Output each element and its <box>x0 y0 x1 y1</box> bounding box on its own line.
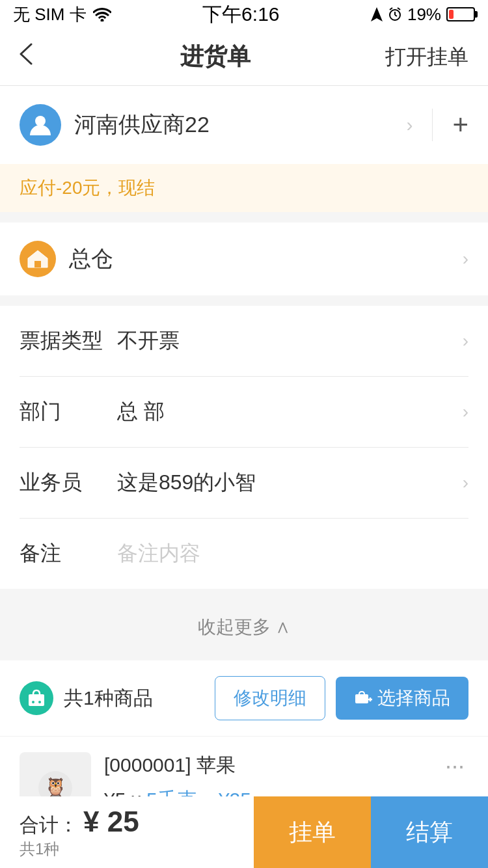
person-icon <box>27 112 53 138</box>
svg-line-4 <box>398 8 400 10</box>
total-sub: 共1种 <box>20 839 234 860</box>
svg-point-9 <box>38 701 41 703</box>
dept-row[interactable]: 部门 总 部 › <box>0 377 488 447</box>
svg-point-5 <box>35 116 46 126</box>
svg-rect-6 <box>34 261 41 267</box>
home-icon <box>27 248 49 270</box>
svg-line-2 <box>395 15 397 16</box>
remark-row[interactable]: 备注 备注内容 <box>0 519 488 589</box>
sales-value: 这是859的小智 <box>117 468 463 497</box>
hang-button[interactable]: 挂单 <box>254 796 371 868</box>
total-area: 合计： ¥ 25 共1种 <box>0 806 254 860</box>
warehouse-icon <box>20 241 56 277</box>
bottom-bar: 合计： ¥ 25 共1种 挂单 结算 <box>0 796 488 868</box>
page-title: 进货单 <box>46 41 385 73</box>
sales-row[interactable]: 业务员 这是859的小智 › <box>0 448 488 518</box>
vertical-divider <box>432 109 433 141</box>
svg-rect-10 <box>355 694 368 703</box>
product-icon <box>20 681 53 715</box>
product-title: 苹果 <box>197 754 236 776</box>
wifi-icon <box>93 7 111 21</box>
notice-bar: 应付-20元，现结 <box>0 164 488 212</box>
supplier-section: 河南供应商22 › + 应付-20元，现结 <box>0 86 488 212</box>
status-left: 无 SIM 卡 <box>13 3 111 26</box>
svg-rect-7 <box>29 694 44 706</box>
product-count-text: 共1种商品 <box>64 685 204 712</box>
open-hang-button[interactable]: 打开挂单 <box>385 43 468 72</box>
collapse-label: 收起更多 ∧ <box>198 615 291 640</box>
total-label-text: 合计： <box>20 812 78 839</box>
spacer2 <box>0 295 488 306</box>
svg-line-3 <box>390 8 392 10</box>
remark-input[interactable]: 备注内容 <box>117 539 468 568</box>
status-bar: 无 SIM 卡 下午6:16 19% <box>0 0 488 29</box>
location-icon <box>371 7 383 21</box>
back-button[interactable] <box>20 43 46 71</box>
battery-icon <box>446 7 475 21</box>
supplier-chevron-icon: › <box>406 114 413 136</box>
edit-detail-button[interactable]: 修改明细 <box>215 676 325 720</box>
battery-percent: 19% <box>407 5 441 25</box>
settle-button[interactable]: 结算 <box>371 796 488 868</box>
invoice-row[interactable]: 票据类型 不开票 › <box>0 306 488 376</box>
svg-point-8 <box>32 701 34 703</box>
form-section: 票据类型 不开票 › 部门 总 部 › 业务员 这是859的小智 › 备注 备注… <box>0 306 488 589</box>
select-product-button[interactable]: 选择商品 <box>336 677 468 720</box>
status-right: 19% <box>371 5 475 25</box>
collapse-bar[interactable]: 收起更多 ∧ <box>0 599 488 655</box>
dept-chevron-icon: › <box>463 401 468 422</box>
shopping-icon <box>26 688 47 709</box>
sales-chevron-icon: › <box>463 472 468 493</box>
product-header: 共1种商品 修改明细 选择商品 <box>0 660 488 736</box>
sales-label: 业务员 <box>20 468 104 497</box>
cart-icon <box>354 690 372 706</box>
warehouse-section: 总仓 › <box>0 223 488 295</box>
more-options-button[interactable]: ··· <box>441 752 468 780</box>
invoice-value: 不开票 <box>117 327 463 355</box>
warehouse-name: 总仓 <box>69 244 463 274</box>
supplier-name: 河南供应商22 <box>74 110 406 140</box>
product-name: [0000001] 苹果 <box>104 752 428 779</box>
svg-text:🦉: 🦉 <box>44 776 67 798</box>
invoice-label: 票据类型 <box>20 327 104 355</box>
carrier-text: 无 SIM 卡 <box>13 3 87 26</box>
supplier-avatar <box>20 104 61 146</box>
spacer <box>0 212 488 223</box>
warehouse-row[interactable]: 总仓 › <box>0 223 488 295</box>
supplier-row[interactable]: 河南供应商22 › + <box>0 86 488 164</box>
add-button[interactable]: + <box>452 109 468 141</box>
status-time: 下午6:16 <box>202 1 279 28</box>
battery-fill <box>449 10 454 19</box>
select-product-label: 选择商品 <box>377 686 450 711</box>
product-code: [0000001] <box>104 754 197 776</box>
warehouse-chevron-icon: › <box>463 249 468 269</box>
total-label-row: 合计： ¥ 25 <box>20 806 234 839</box>
spacer3 <box>0 655 488 660</box>
invoice-chevron-icon: › <box>463 331 468 351</box>
dept-label: 部门 <box>20 398 104 426</box>
remark-label: 备注 <box>20 539 104 568</box>
dept-value: 总 部 <box>117 398 463 426</box>
alarm-icon <box>388 7 402 21</box>
total-amount: ¥ 25 <box>83 806 139 838</box>
nav-bar: 进货单 打开挂单 <box>0 29 488 86</box>
